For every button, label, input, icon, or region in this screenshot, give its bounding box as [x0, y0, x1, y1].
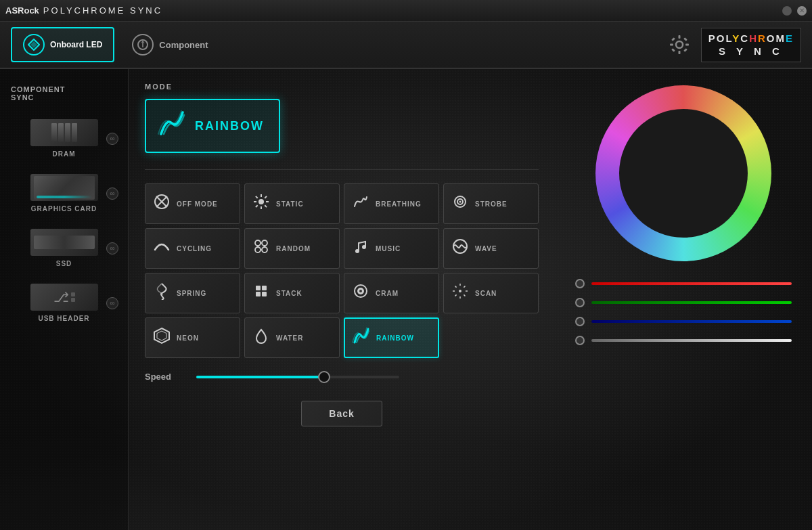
rainbow-mode-label: RAINBOW [376, 334, 414, 342]
svg-line-55 [455, 294, 457, 296]
mode-item-scan[interactable]: SCAN [443, 273, 539, 313]
speed-track[interactable] [196, 376, 399, 378]
usb-header-connect-btn[interactable]: ∞ [106, 297, 118, 309]
mode-item-wave[interactable]: WAVE [443, 228, 539, 269]
green-slider-handle[interactable] [575, 298, 585, 307]
logo-area: POLYCHROME S Y N C [666, 28, 801, 62]
close-button[interactable]: ✕ [797, 6, 807, 16]
green-slider-row [575, 298, 792, 307]
nav-bar: Onboard LED Component [0, 22, 812, 69]
component-button[interactable]: Component [120, 27, 220, 62]
component-label: Component [159, 40, 208, 50]
svg-rect-43 [262, 292, 267, 296]
ssd-label: SSD [56, 260, 72, 267]
color-wheel-container[interactable] [595, 85, 771, 261]
static-label: STATIC [276, 200, 304, 208]
selected-mode-display: RAINBOW [145, 99, 280, 153]
mode-item-neon[interactable]: NEON [145, 317, 240, 358]
sidebar-item-dram[interactable]: DRAM ∞ [5, 112, 122, 164]
svg-point-17 [258, 199, 264, 204]
mode-item-stack[interactable]: STACK [244, 273, 340, 313]
stack-label: STACK [276, 290, 302, 297]
svg-rect-40 [256, 286, 261, 290]
settings-icon[interactable] [666, 31, 693, 58]
off-mode-icon [152, 193, 171, 215]
sliders-area [568, 279, 798, 345]
mode-item-random[interactable]: RANDOM [244, 228, 340, 269]
blue-slider-track[interactable] [591, 320, 792, 323]
svg-rect-11 [683, 37, 687, 41]
ssd-connect-btn[interactable]: ∞ [106, 242, 118, 255]
minimize-button[interactable]: − [782, 6, 792, 16]
red-slider-track[interactable] [591, 282, 792, 285]
mode-item-cycling[interactable]: CYCLING [145, 228, 240, 269]
breathing-icon [351, 193, 370, 215]
wave-label: WAVE [475, 245, 497, 252]
polychrome-logo: POLYCHROME S Y N C [701, 28, 801, 62]
svg-marker-56 [154, 328, 169, 343]
usb-header-label: USB Header [38, 315, 89, 322]
svg-point-38 [362, 245, 366, 249]
color-wheel-inner [619, 109, 748, 238]
mode-item-rainbow[interactable]: RAINBOW [344, 317, 439, 358]
graphics-card-connect-btn[interactable]: ∞ [106, 187, 118, 200]
back-button-row: Back [145, 401, 539, 426]
divider [145, 169, 539, 170]
onboard-led-button[interactable]: Onboard LED [11, 27, 114, 62]
blue-slider-row [575, 317, 792, 326]
selected-mode-icon [157, 110, 187, 143]
mode-item-cram[interactable]: CRAM [344, 273, 439, 313]
speed-label: Speed [145, 372, 185, 382]
color-wheel[interactable] [595, 85, 771, 261]
sidebar-item-graphics-card[interactable]: Graphics Card ∞ [5, 167, 122, 219]
red-slider-handle[interactable] [575, 279, 585, 288]
green-slider-track[interactable] [591, 301, 792, 304]
sidebar-item-ssd[interactable]: SSD ∞ [5, 222, 122, 274]
cram-label: CRAM [376, 290, 399, 297]
cycling-icon [152, 238, 171, 259]
svg-rect-9 [685, 44, 689, 46]
blue-slider-handle[interactable] [575, 317, 585, 326]
svg-rect-7 [678, 51, 680, 54]
sidebar-item-usb-header[interactable]: ⎇ USB Header ∞ [5, 277, 122, 329]
mode-item-music[interactable]: MUSIC [344, 228, 439, 269]
mode-item-spring[interactable]: SPRING [145, 273, 240, 313]
mode-section-label: MODE [145, 83, 539, 91]
ssd-icon [30, 229, 98, 256]
rainbow-mode-icon [352, 326, 371, 349]
svg-line-24 [265, 196, 267, 198]
mode-item-breathing[interactable]: BREATHING [344, 183, 439, 224]
mode-item-static[interactable]: STATIC [244, 183, 340, 224]
random-icon [252, 238, 271, 259]
spring-label: SPRING [177, 290, 206, 297]
svg-rect-10 [671, 37, 675, 41]
mode-item-strobe[interactable]: STROBE [443, 183, 539, 224]
svg-line-54 [464, 286, 465, 288]
dram-label: DRAM [53, 150, 76, 158]
neon-icon [152, 327, 171, 349]
mode-item-water[interactable]: WATER [244, 317, 340, 358]
cycling-label: CYCLING [177, 245, 212, 252]
svg-point-47 [459, 290, 461, 292]
stack-icon [252, 282, 271, 304]
mode-grid: OFF MODE [145, 183, 539, 358]
mode-item-off-mode[interactable]: OFF MODE [145, 183, 240, 224]
title-bar: ASRock POLYCHROME SYNC − ✕ [0, 0, 812, 22]
svg-rect-42 [256, 292, 261, 296]
window-controls: − ✕ [782, 6, 807, 16]
back-button[interactable]: Back [301, 401, 382, 426]
red-slider-row [575, 279, 792, 288]
off-mode-label: OFF MODE [177, 200, 218, 208]
scan-label: SCAN [475, 290, 497, 297]
speed-thumb[interactable] [318, 371, 330, 383]
main-panel: MODE RAINBOW [129, 69, 555, 530]
white-slider-track[interactable] [591, 339, 792, 342]
onboard-led-icon [23, 34, 45, 56]
main-container: Onboard LED Component [0, 22, 812, 530]
water-icon [252, 327, 271, 349]
dram-connect-btn[interactable]: ∞ [106, 133, 118, 145]
strobe-label: STROBE [475, 200, 508, 208]
spring-icon [152, 282, 171, 304]
usb-header-icon: ⎇ [30, 284, 98, 311]
white-slider-handle[interactable] [575, 336, 585, 345]
